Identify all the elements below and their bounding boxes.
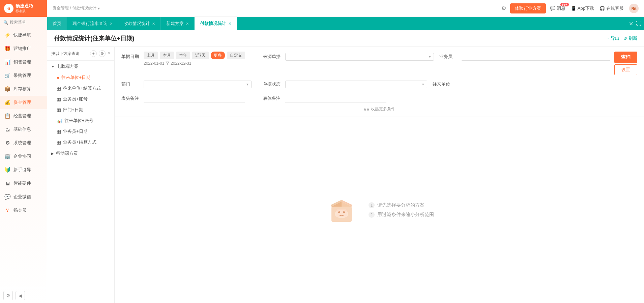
sidebar-item-label: 采购管理	[13, 72, 31, 79]
sidebar-item-sales[interactable]: 📊 销售管理	[0, 55, 47, 69]
tab-receipt-stats[interactable]: 收款情况统计 ✕	[118, 17, 161, 30]
query-btn[interactable]: 查询	[614, 52, 637, 63]
sidebar-item-label: 智能硬件	[13, 180, 31, 186]
svg-point-8	[343, 211, 345, 213]
date-label: 单据日期	[121, 52, 142, 62]
topbar-right: 💬 消息 99+ 📱 App下载 🎧 在线客服 Rit	[550, 4, 639, 13]
collapse-up-icon: ∧∧	[363, 107, 370, 112]
topbar-settings-btn[interactable]: ⚙	[501, 5, 506, 11]
tab-bank-flow-close-icon[interactable]: ✕	[110, 22, 113, 26]
sidebar-item-quick-nav[interactable]: ⚡ 快捷导航	[0, 28, 47, 42]
more-dates-btn[interactable]: 更多	[211, 52, 225, 59]
settings-bottom-btn[interactable]: ⚙	[3, 291, 13, 300]
voucher-status-label: 单据状态	[263, 79, 283, 89]
scheme-item-partner-account[interactable]: 📊 往来单位+账号	[47, 115, 114, 126]
mobile-group-label: 移动端方案	[56, 150, 78, 156]
last-7days-btn[interactable]: 近7天	[192, 52, 209, 59]
hardware-icon: 🖥	[4, 180, 11, 187]
scheme-group-pc-title[interactable]: ▼ 电脑端方案	[47, 61, 114, 72]
voucher-status-arrow-icon: ▾	[422, 82, 424, 87]
sidebar-nav: ⚡ 快捷导航 🎁 营销推广 📊 销售管理 🛒 采购管理 📦 库存核算 💰 资金管…	[0, 28, 47, 288]
user-avatar[interactable]: Rit	[629, 4, 639, 13]
staff-input[interactable]	[462, 53, 610, 61]
add-scheme-btn[interactable]: +	[90, 50, 97, 57]
export-btn[interactable]: ↑ 导出	[607, 35, 620, 41]
header-note-label: 表头备注	[121, 93, 142, 103]
tab-receipt-close-icon[interactable]: ✕	[152, 22, 155, 26]
service-btn[interactable]: 🎧 在线客服	[599, 5, 624, 11]
sidebar-item-member[interactable]: V 畅会员	[0, 204, 47, 217]
sidebar-item-basic[interactable]: 🗂 基础信息	[0, 123, 47, 136]
scheme-item-partner-payment[interactable]: ▦ 往来单位+结算方式	[47, 83, 114, 94]
content-body: 按以下方案查询 + ⚙ « ▼ 电脑端方案 ● 往来单位+日期	[47, 47, 644, 303]
scheme-item-staff-account[interactable]: ▦ 业务员+账号	[47, 94, 114, 104]
current-month-btn[interactable]: 本月	[160, 52, 174, 59]
partner-input[interactable]	[455, 81, 597, 88]
user-avatar-text: Rit	[632, 6, 637, 10]
tabbar: 首页 现金银行流水查询 ✕ 收款情况统计 ✕ 新建方案 ✕ 付款情况统计 ✕ ✕…	[47, 17, 644, 30]
tip-2-text: 用过滤条件来缩小分析范围	[377, 212, 434, 218]
tab-payment-stats[interactable]: 付款情况统计 ✕	[195, 17, 237, 30]
staff-label: 业务员	[439, 52, 460, 62]
custom-date-btn[interactable]: 自定义	[227, 52, 245, 59]
empty-illustration	[325, 193, 358, 227]
sidebar-item-label: 畅会员	[13, 207, 27, 213]
tab-close-all-btn[interactable]: ✕	[629, 21, 633, 27]
header-note-input[interactable]	[144, 95, 245, 102]
sidebar-item-capital[interactable]: 💰 资金管理	[0, 96, 47, 109]
refresh-btn[interactable]: ↺ 刷新	[623, 35, 637, 41]
sidebar-item-operation[interactable]: 📋 经营管理	[0, 109, 47, 123]
tab-new-scheme[interactable]: 新建方案 ✕	[161, 17, 195, 30]
trial-btn[interactable]: 体验行业方案	[510, 3, 546, 13]
pc-group-label: 电脑端方案	[57, 63, 79, 69]
tab-payment-stats-label: 付款情况统计	[200, 21, 226, 27]
message-btn[interactable]: 💬 消息 99+	[550, 5, 565, 11]
sidebar-item-purchase[interactable]: 🛒 采购管理	[0, 69, 47, 82]
scheme-item-staff-payment[interactable]: ▦ 业务员+结算方式	[47, 137, 114, 148]
sidebar-item-inventory[interactable]: 📦 库存核算	[0, 82, 47, 96]
tab-home[interactable]: 首页	[47, 17, 67, 30]
sidebar-item-marketing[interactable]: 🎁 营销推广	[0, 42, 47, 55]
enterprise-icon: 🏢	[4, 153, 11, 160]
staff-payment-icon: ▦	[57, 140, 61, 145]
collapse-sidebar-btn[interactable]: ◀	[16, 291, 25, 300]
partner-label: 往来单位	[433, 79, 453, 89]
scheme-item-partner-date[interactable]: ● 往来单位+日期	[47, 72, 114, 83]
source-select-arrow-icon: ▾	[429, 55, 431, 59]
scheme-item-label: 往来单位+账号	[64, 118, 93, 124]
refresh-label: 刷新	[628, 35, 637, 41]
scheme-item-staff-date[interactable]: ▦ 业务员+日期	[47, 126, 114, 137]
source-select[interactable]: ▾	[285, 53, 434, 61]
scheme-item-label: 往来单位+日期	[61, 74, 90, 81]
body-note-input[interactable]	[285, 95, 386, 102]
tab-payment-close-icon[interactable]: ✕	[228, 22, 231, 26]
settings-btn[interactable]: 设置	[614, 64, 637, 75]
left-panel: 按以下方案查询 + ⚙ « ▼ 电脑端方案 ● 往来单位+日期	[47, 47, 115, 303]
scheme-item-dept-date[interactable]: ▦ 部门+日期	[47, 104, 114, 115]
sidebar-item-guide[interactable]: 🔰 新手引导	[0, 163, 47, 177]
sidebar-item-label: 系统管理	[13, 140, 31, 146]
dept-select[interactable]: ▾	[144, 81, 252, 88]
scheme-settings-btn[interactable]: ⚙	[99, 50, 106, 57]
date-shortcuts: 上月 本月 本年 近7天 更多 自定义	[144, 52, 245, 59]
app-download-btn[interactable]: 📱 App下载	[571, 5, 594, 11]
sidebar-item-label: 经营管理	[13, 113, 31, 119]
fullscreen-btn[interactable]: ⛶	[636, 21, 641, 27]
tab-bank-flow[interactable]: 现金银行流水查询 ✕	[67, 17, 118, 30]
current-year-btn[interactable]: 本年	[176, 52, 190, 59]
sidebar-item-system[interactable]: ⚙ 系统管理	[0, 136, 47, 150]
last-month-btn[interactable]: 上月	[144, 52, 158, 59]
collapse-panel-btn[interactable]: «	[108, 50, 110, 57]
voucher-status-select[interactable]: ▾	[285, 81, 427, 88]
scheme-group-mobile-title[interactable]: ▶ 移动端方案	[47, 148, 114, 159]
sidebar-item-wechat[interactable]: 💬 企业微信	[0, 190, 47, 204]
topbar-breadcrumb: 资金管理 / 付款情况统计 ▾	[53, 5, 497, 11]
scheme-item-label: 业务员+日期	[63, 128, 88, 134]
sidebar-search[interactable]: 🔍 搜索菜单	[0, 17, 47, 28]
sidebar-bottom: ⚙ ◀	[0, 288, 47, 303]
sidebar-item-enterprise[interactable]: 🏢 企业协同	[0, 150, 47, 163]
filter-area: 单据日期 上月 本月 本年 近7天 更多 自定义 20	[115, 47, 644, 117]
collapse-more-btn[interactable]: ∧∧ 收起更多条件	[121, 106, 637, 112]
tab-new-scheme-close-icon[interactable]: ✕	[186, 22, 189, 26]
sidebar-item-hardware[interactable]: 🖥 智能硬件	[0, 177, 47, 190]
